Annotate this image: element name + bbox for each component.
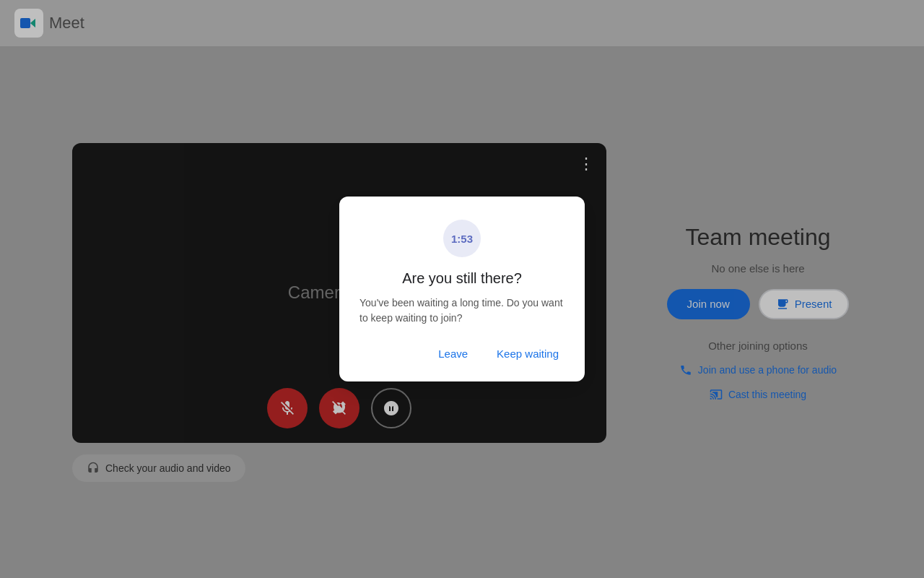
dialog-overlay: 1:53 Are you still there? You've been wa… <box>0 0 924 578</box>
dialog-title: Are you still there? <box>402 270 522 287</box>
dialog-actions: Leave Keep waiting <box>359 343 565 364</box>
timer-circle: 1:53 <box>443 220 481 257</box>
dialog-body: You've been waiting a long time. Do you … <box>359 296 565 326</box>
keep-waiting-button[interactable]: Keep waiting <box>491 343 565 364</box>
still-there-dialog: 1:53 Are you still there? You've been wa… <box>339 197 585 381</box>
leave-button[interactable]: Leave <box>432 343 474 364</box>
